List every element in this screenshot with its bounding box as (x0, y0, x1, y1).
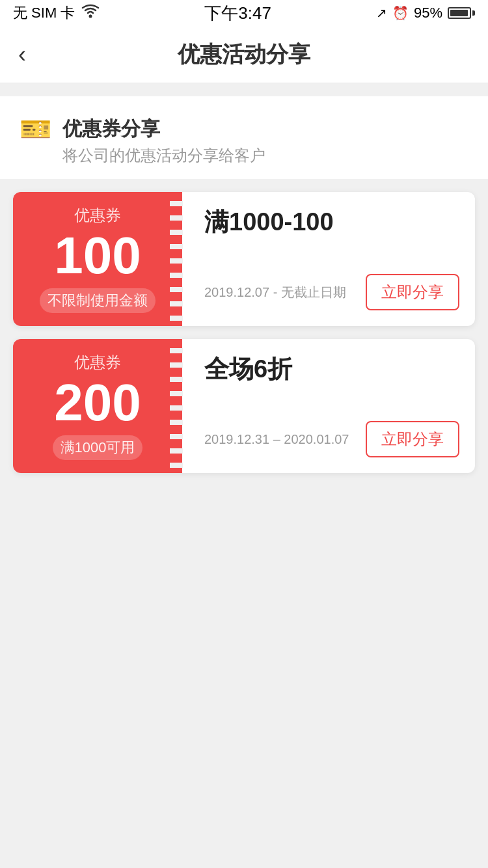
coupon-label-2: 优惠券 (74, 352, 121, 373)
status-left: 无 SIM 卡 (13, 3, 100, 23)
coupon-date-1: 2019.12.07 - 无截止日期 (204, 284, 366, 301)
coupon-condition-1: 不限制使用金额 (40, 288, 156, 313)
coupon-name-2: 全场6折 (204, 355, 459, 385)
section-header: 🎫 优惠券分享 将公司的优惠活动分享给客户 (0, 96, 488, 179)
carrier-text: 无 SIM 卡 (13, 3, 75, 23)
coupon-label-1: 优惠券 (74, 205, 121, 226)
coupon-bottom-1: 2019.12.07 - 无截止日期 立即分享 (204, 274, 459, 310)
empty-area (0, 486, 488, 811)
battery-percent: 95% (414, 5, 442, 21)
coupon-bottom-2: 2019.12.31 – 2020.01.07 立即分享 (204, 421, 459, 457)
nav-bar: ‹ 优惠活动分享 (0, 26, 488, 83)
alarm-icon: ⏰ (392, 5, 409, 21)
coupon-card-2: 优惠券 200 满1000可用 全场6折 2019.12.31 – 2020.0… (13, 339, 475, 473)
coupon-left-1: 优惠券 100 不限制使用金额 (13, 192, 182, 326)
coupon-right-2: 全场6折 2019.12.31 – 2020.01.07 立即分享 (182, 339, 475, 473)
wifi-icon (81, 4, 100, 22)
coupon-left-2: 优惠券 200 满1000可用 (13, 339, 182, 473)
status-right: ↗ ⏰ 95% (376, 5, 475, 21)
back-button[interactable]: ‹ (18, 41, 26, 68)
share-button-1[interactable]: 立即分享 (366, 274, 459, 310)
coupon-date-2: 2019.12.31 – 2020.01.07 (204, 432, 366, 447)
svg-point-0 (89, 15, 92, 18)
coupon-amount-2: 200 (54, 377, 141, 429)
page-title: 优惠活动分享 (178, 40, 310, 70)
coupon-right-1: 满1000-100 2019.12.07 - 无截止日期 立即分享 (182, 192, 475, 326)
section-icon: 🎫 (20, 116, 52, 142)
section-subtitle: 将公司的优惠活动分享给客户 (62, 145, 265, 166)
coupon-card-1: 优惠券 100 不限制使用金额 满1000-100 2019.12.07 - 无… (13, 192, 475, 326)
coupon-name-1: 满1000-100 (204, 208, 459, 237)
section-text-block: 优惠券分享 将公司的优惠活动分享给客户 (62, 116, 265, 166)
coupon-condition-2: 满1000可用 (53, 435, 143, 460)
section-title: 优惠券分享 (62, 116, 265, 141)
status-bar: 无 SIM 卡 下午3:47 ↗ ⏰ 95% (0, 0, 488, 26)
status-time: 下午3:47 (204, 2, 271, 25)
battery-icon (448, 7, 475, 19)
location-icon: ↗ (376, 5, 387, 21)
share-button-2[interactable]: 立即分享 (366, 421, 459, 457)
coupon-list: 优惠券 100 不限制使用金额 满1000-100 2019.12.07 - 无… (0, 179, 488, 486)
coupon-amount-1: 100 (54, 230, 141, 282)
